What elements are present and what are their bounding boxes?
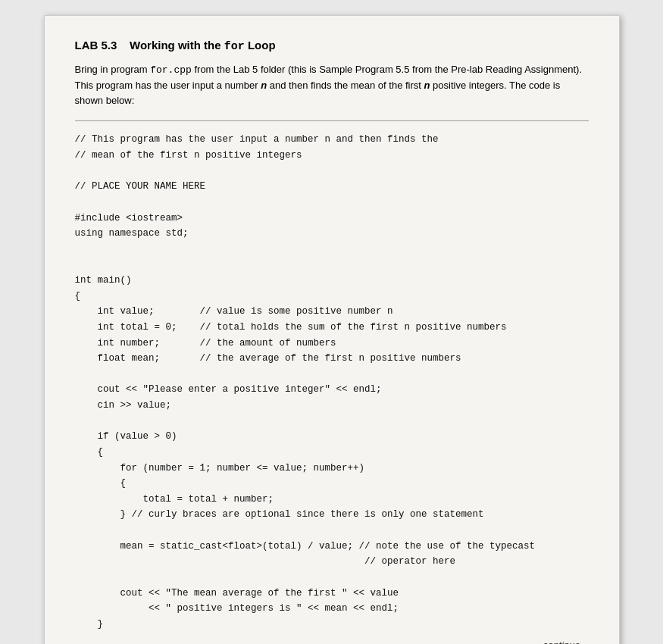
divider — [75, 120, 589, 121]
page: LAB 5.3 Working with the for Loop Bring … — [0, 0, 663, 644]
lab-number: LAB 5.3 — [75, 39, 117, 52]
lab-title-text: Working with the for Loop — [130, 39, 276, 52]
document: LAB 5.3 Working with the for Loop Bring … — [44, 15, 620, 644]
continue-label: continue... — [75, 639, 589, 644]
lab-title: LAB 5.3 Working with the for Loop — [75, 39, 589, 53]
code-block: // This program has the user input a num… — [75, 132, 589, 632]
intro-paragraph: Bring in program for.cpp from the Lab 5 … — [75, 62, 589, 108]
